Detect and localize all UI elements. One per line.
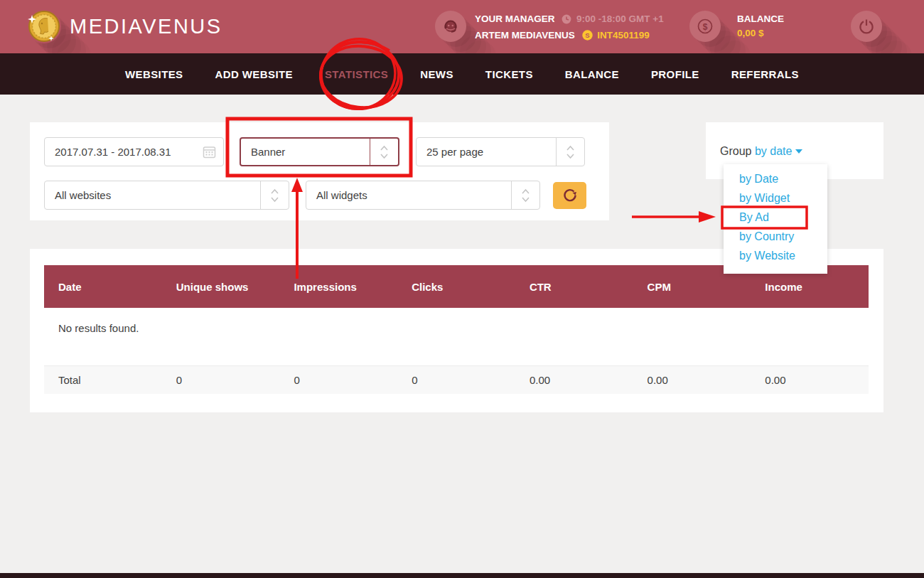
col-date: Date	[44, 281, 162, 293]
website-select[interactable]: All websites	[44, 181, 289, 210]
nav-item-statistics[interactable]: STATISTICS	[325, 68, 388, 80]
manager-name: ARTEM MEDIAVENUS	[475, 30, 575, 41]
manager-label: YOUR MANAGER	[475, 14, 555, 24]
nav-item-add-website[interactable]: ADD WEBSITE	[215, 68, 293, 80]
date-range-input[interactable]: 2017.07.31 - 2017.08.31	[44, 137, 224, 166]
total-label: Total	[44, 374, 162, 386]
support-button[interactable]	[435, 11, 466, 42]
balance-label: BALANCE	[737, 12, 784, 26]
empty-message: No results found.	[58, 322, 139, 334]
nav-item-tickets[interactable]: TICKETS	[485, 68, 533, 80]
col-ctr: CTR	[515, 281, 633, 293]
per-page-value: 25 per page	[417, 146, 556, 158]
footer-bar	[0, 573, 924, 578]
power-icon	[858, 18, 875, 35]
svg-text:S: S	[585, 31, 589, 39]
widget-value: All widgets	[306, 189, 511, 201]
svg-text:$: $	[703, 22, 708, 32]
nav-item-profile[interactable]: PROFILE	[651, 68, 699, 80]
chevron-updown-icon[interactable]	[511, 181, 539, 209]
chevron-updown-icon[interactable]	[370, 139, 398, 165]
manager-hours: 9:00 -18:00 GMT +1	[576, 14, 664, 24]
nav-item-news[interactable]: NEWS	[420, 68, 453, 80]
col-unique-shows: Unique shows	[162, 281, 280, 293]
logout-button[interactable]	[851, 11, 882, 42]
total-ctr: 0.00	[515, 374, 633, 386]
statistics-page: MEDIAVENUS YOUR MANAGER	[0, 0, 924, 578]
brand-name[interactable]: MEDIAVENUS	[70, 0, 222, 53]
clock-icon	[562, 14, 571, 28]
per-page-select[interactable]: 25 per page	[416, 137, 585, 166]
skype-icon: S	[582, 30, 593, 45]
nav-item-websites[interactable]: WEBSITES	[125, 68, 183, 80]
balance-value[interactable]: 0,00 $	[737, 26, 784, 41]
total-income: 0.00	[751, 374, 869, 386]
date-range-value: 2017.07.31 - 2017.08.31	[45, 146, 195, 158]
brand-logo[interactable]	[27, 9, 61, 43]
widget-select[interactable]: All widgets	[306, 181, 540, 210]
manager-info: YOUR MANAGER 9:00 -18:00 GMT +1 ARTEM ME…	[475, 12, 664, 45]
main-nav: WEBSITES ADD WEBSITE STATISTICS NEWS TIC…	[0, 53, 924, 95]
coin-logo-icon	[27, 9, 61, 43]
col-impressions: Impressions	[279, 281, 397, 293]
ad-type-value: Banner	[241, 146, 370, 158]
group-label: Group	[720, 145, 751, 157]
col-income: Income	[751, 281, 869, 293]
balance-button[interactable]: $	[689, 11, 721, 42]
balance-info: BALANCE 0,00 $	[737, 12, 784, 41]
chevron-updown-icon[interactable]	[260, 181, 289, 209]
nav-item-balance[interactable]: BALANCE	[565, 68, 619, 80]
group-option-by-date[interactable]: by Date	[724, 169, 827, 188]
col-clicks: Clicks	[397, 281, 515, 293]
total-unique-shows: 0	[162, 374, 280, 386]
dollar-icon: $	[697, 18, 714, 35]
group-by-dropdown: by Date by Widget By Ad by Country by We…	[724, 164, 827, 274]
refresh-button[interactable]	[553, 182, 586, 209]
manager-skype-id[interactable]: INT4501199	[597, 30, 650, 41]
calendar-icon[interactable]	[195, 145, 223, 159]
refresh-icon	[562, 188, 578, 203]
chevron-updown-icon[interactable]	[556, 138, 584, 166]
website-value: All websites	[45, 189, 260, 201]
nav-item-referrals[interactable]: REFERRALS	[731, 68, 799, 80]
top-header: MEDIAVENUS YOUR MANAGER	[0, 0, 924, 53]
ad-type-select[interactable]: Banner	[240, 137, 399, 166]
group-option-by-country[interactable]: by Country	[724, 227, 827, 246]
total-impressions: 0	[279, 374, 397, 386]
group-selected[interactable]: by date	[755, 145, 792, 157]
total-row: Total 0 0 0 0.00 0.00 0.00	[44, 365, 869, 394]
col-cpm: CPM	[633, 281, 751, 293]
group-option-by-website[interactable]: by Website	[724, 246, 827, 265]
group-by-control: Group by date	[720, 145, 802, 158]
total-cpm: 0.00	[633, 374, 751, 386]
total-clicks: 0	[397, 374, 515, 386]
group-option-by-widget[interactable]: by Widget	[724, 188, 827, 208]
caret-down-icon	[795, 149, 802, 154]
headset-icon	[443, 18, 458, 34]
group-option-by-ad[interactable]: By Ad	[724, 208, 827, 227]
